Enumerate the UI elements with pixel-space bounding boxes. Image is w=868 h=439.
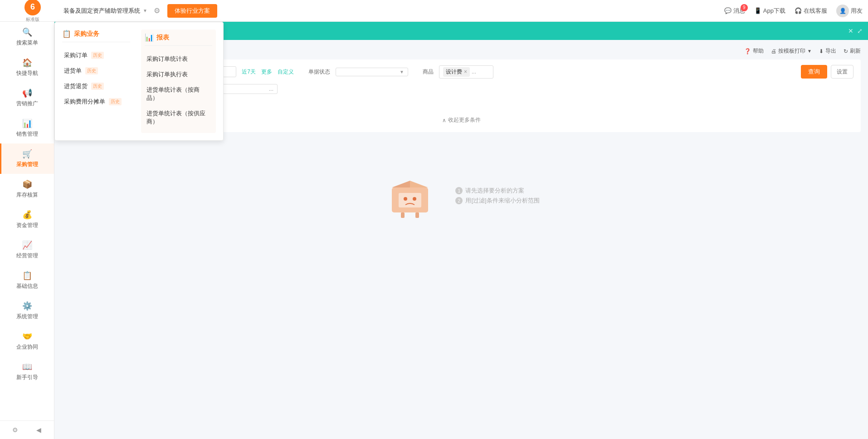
svg-rect-6 bbox=[401, 212, 405, 218]
print-icon: 🖨 bbox=[771, 48, 776, 54]
tab-fullscreen-btn[interactable]: ⤢ bbox=[857, 27, 863, 35]
industry-btn[interactable]: 体验行业方案 bbox=[167, 4, 217, 18]
dropdown-item-incoming-stat-supplier[interactable]: 进货单统计表（按供应商） bbox=[145, 106, 213, 129]
empty-tips: 1 请先选择要分析的方案 2 用[过滤]条件来缩小分析范围 bbox=[455, 187, 539, 207]
report-col-icon: 📊 bbox=[145, 33, 154, 42]
doc-status-arrow[interactable]: ▼ bbox=[400, 69, 404, 74]
sidebar-item-guide[interactable]: 📖 新手引导 bbox=[0, 356, 54, 387]
sidebar-bottom: ⚙ ◀ bbox=[0, 420, 54, 439]
marketing-icon: 📢 bbox=[22, 88, 32, 98]
product-label: 商品 bbox=[423, 68, 434, 76]
hist-badge-0: 历史 bbox=[91, 52, 104, 59]
sidebar-item-basic-info[interactable]: 📋 基础信息 bbox=[0, 265, 54, 296]
dropdown-item-purchase-stat[interactable]: 采购订单统计表 bbox=[145, 51, 213, 67]
settings-btn[interactable]: 设置 bbox=[831, 65, 853, 79]
filter-actions: 查询 设置 bbox=[801, 65, 853, 79]
hist-badge-3: 历史 bbox=[109, 98, 122, 105]
cooperation-icon: 🤝 bbox=[22, 331, 32, 341]
svg-marker-1 bbox=[392, 181, 410, 187]
dropdown-item-purchase-order[interactable]: 采购订单 历史 bbox=[62, 48, 130, 63]
purchase-dropdown-menu: 📋 采购业务 采购订单 历史 进货单 历史 进货退货 历史 采购费用分摊单 历史 bbox=[54, 22, 224, 141]
refresh-icon: ↻ bbox=[844, 48, 848, 54]
product-dots[interactable]: ... bbox=[472, 69, 476, 75]
dropdown-item-purchase-exec[interactable]: 采购订单执行表 bbox=[145, 67, 213, 82]
export-icon: ⬇ bbox=[819, 48, 824, 54]
svg-point-4 bbox=[404, 197, 407, 201]
purchase-col-icon: 📋 bbox=[62, 30, 71, 38]
user-btn[interactable]: 👤 用友 bbox=[836, 5, 863, 17]
sales-icon: 📊 bbox=[22, 118, 32, 128]
sidebar: 🔍 搜索菜单 🏠 快捷导航 📢 营销推广 📊 销售管理 🛒 采购管理 📦 库存核… bbox=[0, 22, 54, 439]
message-icon: 💬 bbox=[724, 7, 731, 14]
refresh-btn[interactable]: ↻ 刷新 bbox=[844, 47, 861, 55]
query-btn[interactable]: 查询 bbox=[801, 65, 827, 79]
dropdown-col-purchase: 📋 采购业务 采购订单 历史 进货单 历史 进货退货 历史 采购费用分摊单 历史 bbox=[62, 30, 130, 133]
dropdown-item-return[interactable]: 进货退货 历史 bbox=[62, 79, 130, 94]
dropdown-col-report: 📊 报表 采购订单统计表 采购订单执行表 进货单统计表（按商品） 进货单统计表（… bbox=[141, 30, 216, 133]
bullet-2: 2 bbox=[455, 197, 463, 204]
print-arrow-icon: ▼ bbox=[807, 49, 812, 54]
export-btn[interactable]: ⬇ 导出 bbox=[819, 47, 836, 55]
sidebar-collapse-btn[interactable]: ◀ bbox=[29, 426, 49, 434]
system-name-arrow[interactable]: ▼ bbox=[143, 8, 147, 13]
bullet-1: 1 bbox=[455, 187, 463, 194]
gear-icon[interactable]: ⚙ bbox=[154, 6, 160, 15]
product-tag: 设计费 × bbox=[443, 67, 470, 77]
salesperson-dots[interactable]: ... bbox=[269, 86, 273, 92]
phone-icon: 📱 bbox=[754, 7, 761, 14]
empty-illustration bbox=[383, 174, 437, 219]
guide-icon: 📖 bbox=[22, 362, 32, 372]
product-tag-close[interactable]: × bbox=[464, 69, 467, 75]
home-icon: 🏠 bbox=[22, 58, 32, 68]
dropdown-item-incoming-stat-product[interactable]: 进货单统计表（按商品） bbox=[145, 82, 213, 106]
sidebar-item-finance[interactable]: 💰 资金管理 bbox=[0, 204, 54, 235]
collapse-up-icon: ∧ bbox=[442, 117, 446, 123]
operations-icon: 📈 bbox=[22, 240, 32, 250]
doc-status-label: 单据状态 bbox=[308, 68, 330, 76]
sidebar-item-search[interactable]: 🔍 搜索菜单 bbox=[0, 22, 54, 52]
online-service-btn[interactable]: 🎧 在线客服 bbox=[795, 7, 827, 15]
layout: 🔍 搜索菜单 🏠 快捷导航 📢 营销推广 📊 销售管理 🛒 采购管理 📦 库存核… bbox=[0, 22, 868, 439]
help-btn[interactable]: ❓ 帮助 bbox=[744, 47, 764, 55]
system-name: 装备及固定资产辅助管理系统 ▼ ⚙ bbox=[63, 6, 160, 15]
sidebar-settings-btn[interactable]: ⚙ bbox=[5, 426, 25, 434]
svg-point-5 bbox=[413, 197, 416, 201]
logo: 6 标准版 bbox=[5, 0, 60, 23]
sidebar-item-operations[interactable]: 📈 经营管理 bbox=[0, 235, 54, 265]
svg-rect-3 bbox=[399, 193, 421, 207]
dropdown-item-incoming[interactable]: 进货单 历史 bbox=[62, 63, 130, 79]
basic-info-icon: 📋 bbox=[22, 271, 32, 281]
help-icon: ❓ bbox=[744, 48, 751, 54]
date-quick-7[interactable]: 近7天 bbox=[242, 68, 256, 76]
topbar: 6 标准版 装备及固定资产辅助管理系统 ▼ ⚙ 体验行业方案 💬 消息 9 📱 … bbox=[0, 0, 868, 22]
dropdown-col-report-title: 📊 报表 bbox=[145, 33, 213, 46]
message-btn[interactable]: 💬 消息 9 bbox=[724, 7, 745, 15]
avatar: 👤 bbox=[836, 5, 849, 17]
search-icon: 🔍 bbox=[22, 27, 32, 37]
message-badge: 9 bbox=[741, 4, 748, 11]
system-icon: ⚙️ bbox=[22, 301, 32, 311]
date-custom[interactable]: 自定义 bbox=[278, 68, 294, 76]
purchase-icon: 🛒 bbox=[22, 149, 32, 159]
tab-close-btn[interactable]: ✕ bbox=[848, 27, 853, 35]
dropdown-col-purchase-title: 📋 采购业务 bbox=[62, 30, 130, 42]
sidebar-item-purchase[interactable]: 🛒 采购管理 bbox=[0, 143, 54, 174]
sidebar-item-cooperation[interactable]: 🤝 企业协同 bbox=[0, 326, 54, 356]
empty-state: 1 请先选择要分析的方案 2 用[过滤]条件来缩小分析范围 bbox=[62, 138, 861, 256]
print-btn[interactable]: 🖨 按模板打印 ▼ bbox=[771, 47, 812, 55]
topbar-right: 💬 消息 9 📱 App下载 🎧 在线客服 👤 用友 bbox=[724, 5, 863, 17]
inventory-icon: 📦 bbox=[22, 179, 32, 189]
svg-rect-7 bbox=[415, 212, 419, 218]
hist-badge-2: 历史 bbox=[91, 83, 104, 90]
date-more[interactable]: 更多 bbox=[261, 68, 272, 76]
finance-icon: 💰 bbox=[22, 210, 32, 220]
sidebar-item-inventory[interactable]: 📦 库存核算 bbox=[0, 174, 54, 204]
sidebar-item-sales[interactable]: 📊 销售管理 bbox=[0, 113, 54, 143]
sidebar-item-system[interactable]: ⚙️ 系统管理 bbox=[0, 296, 54, 326]
app-download-btn[interactable]: 📱 App下载 bbox=[754, 7, 785, 15]
headset-icon: 🎧 bbox=[795, 7, 802, 14]
sidebar-item-quicknav[interactable]: 🏠 快捷导航 bbox=[0, 52, 54, 83]
dropdown-item-expense[interactable]: 采购费用分摊单 历史 bbox=[62, 94, 130, 109]
sidebar-item-marketing[interactable]: 📢 营销推广 bbox=[0, 83, 54, 113]
svg-marker-2 bbox=[410, 181, 428, 187]
